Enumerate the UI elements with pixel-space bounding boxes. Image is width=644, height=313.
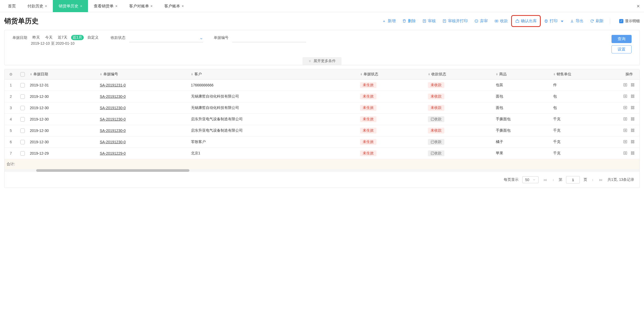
receipt-button[interactable]: 收款: [494, 19, 508, 24]
horizontal-scrollbar[interactable]: [4, 169, 640, 172]
view-icon[interactable]: [623, 94, 628, 99]
col-bill-status[interactable]: ▲▼单据状态: [358, 69, 426, 80]
expand-conditions-button[interactable]: 展开更多条件: [302, 57, 342, 65]
cell-bill-no[interactable]: SA-20191231-0: [98, 80, 189, 91]
per-page-select[interactable]: 50: [522, 176, 539, 183]
checkbox-icon: [20, 140, 25, 144]
svg-rect-21: [633, 106, 634, 107]
cell-ops: [619, 102, 640, 114]
preset-today[interactable]: 今天: [44, 35, 54, 40]
last-page-button[interactable]: ⏭: [598, 178, 604, 182]
label: 单据编号: [103, 72, 118, 76]
col-customer[interactable]: ▲▼客户: [189, 69, 358, 80]
settings-button[interactable]: 设置: [612, 45, 632, 53]
cell-bill-no[interactable]: SA-20191230-0: [98, 91, 189, 102]
cell-bill-no[interactable]: SA-20191230-0: [98, 114, 189, 125]
col-product[interactable]: ▲▼商品: [494, 69, 551, 80]
view-icon[interactable]: [623, 128, 628, 133]
cell-ops: [619, 125, 640, 136]
audit-print-button[interactable]: 审核并打印: [442, 19, 468, 24]
receipt-status-select[interactable]: [129, 35, 203, 42]
data-table-wrap: ⚙ ▲▼单据日期 ▲▼单据编号 ▲▼客户 ▲▼单据状态 ▲▼收款状态 ▲▼商品 …: [4, 69, 640, 188]
cell-bill-no[interactable]: SA-20191230-0: [98, 125, 189, 136]
cell-ops: [619, 148, 640, 159]
row-checkbox-cell[interactable]: [17, 148, 28, 159]
next-page-button[interactable]: ›: [591, 178, 594, 182]
row-checkbox-cell[interactable]: [17, 91, 28, 102]
cell-receipt-status: 未收款: [426, 125, 494, 136]
show-detail-checkbox[interactable]: ✓显示明细: [619, 19, 640, 24]
preset-yesterday[interactable]: 昨天: [31, 35, 41, 40]
cell-bill-status: 未生效: [358, 148, 426, 159]
select-all-header[interactable]: [17, 69, 28, 80]
more-icon[interactable]: [631, 83, 635, 88]
more-icon[interactable]: [631, 105, 635, 110]
tab-payment-history[interactable]: 付款历史×: [22, 0, 53, 12]
col-unit[interactable]: ▲▼销售单位: [551, 69, 619, 80]
more-icon[interactable]: [631, 140, 635, 144]
global-close-icon[interactable]: ×: [637, 3, 640, 9]
table-body: 1 2019-12-31 SA-20191231-0 17666666666 未…: [4, 80, 640, 159]
view-icon[interactable]: [623, 151, 628, 156]
row-checkbox-cell[interactable]: [17, 114, 28, 125]
col-bill-no[interactable]: ▲▼单据编号: [98, 69, 189, 80]
prev-page-button[interactable]: ‹: [552, 178, 555, 182]
preset-custom[interactable]: 自定义: [86, 35, 100, 40]
tab-sales-history[interactable]: 销货单历史×: [53, 0, 88, 12]
close-icon[interactable]: ×: [182, 0, 184, 12]
col-receipt-status[interactable]: ▲▼收款状态: [426, 69, 494, 80]
view-icon[interactable]: [623, 117, 628, 122]
confirm-outbound-button[interactable]: 确认出库: [511, 15, 541, 27]
receipt-icon: [494, 19, 498, 23]
label: 单据日期: [33, 72, 48, 76]
view-icon[interactable]: [623, 83, 628, 88]
more-icon[interactable]: [631, 128, 635, 133]
cell-product: 苹果: [494, 148, 551, 159]
view-icon[interactable]: [623, 140, 628, 144]
bill-no-label: 单据编号: [214, 35, 228, 40]
page-input[interactable]: [566, 176, 580, 183]
add-button[interactable]: +新增: [382, 19, 396, 24]
preset-last7[interactable]: 近7天: [56, 35, 69, 40]
audit-button[interactable]: 审核: [422, 19, 436, 24]
svg-rect-38: [631, 140, 632, 141]
tab-view-sales[interactable]: 查看销货单×: [88, 0, 123, 12]
svg-rect-30: [624, 129, 627, 132]
tab-customer-statement[interactable]: 客户对账单×: [123, 0, 158, 12]
export-button[interactable]: 导出: [570, 19, 584, 24]
first-page-button[interactable]: ⏮: [542, 178, 548, 182]
cell-customer: 零散客户: [189, 136, 358, 148]
gear-header[interactable]: ⚙: [4, 69, 17, 80]
cell-bill-no[interactable]: SA-20191230-0: [98, 136, 189, 148]
cell-bill-no[interactable]: SA-20191230-0: [98, 102, 189, 114]
close-icon[interactable]: ×: [45, 0, 47, 12]
svg-rect-28: [631, 119, 632, 120]
close-icon[interactable]: ×: [80, 0, 82, 12]
svg-rect-16: [631, 96, 632, 98]
scrollbar-thumb[interactable]: [36, 169, 189, 172]
cell-date: 2019-12-31: [28, 80, 98, 91]
close-icon[interactable]: ×: [151, 0, 153, 12]
cell-bill-no[interactable]: SA-20191229-0: [98, 148, 189, 159]
cell-bill-status: 未生效: [358, 125, 426, 136]
col-date[interactable]: ▲▼单据日期: [28, 69, 98, 80]
tab-home[interactable]: 首页: [2, 0, 22, 12]
refresh-button[interactable]: 刷新: [590, 19, 604, 24]
more-icon[interactable]: [631, 94, 635, 99]
delete-button[interactable]: 删除: [402, 19, 416, 24]
more-icon[interactable]: [631, 151, 635, 156]
tab-customer-ledger[interactable]: 客户账本×: [158, 0, 190, 12]
close-icon[interactable]: ×: [115, 0, 117, 12]
row-checkbox-cell[interactable]: [17, 125, 28, 136]
more-icon[interactable]: [631, 117, 635, 122]
query-button[interactable]: 查询: [612, 35, 632, 43]
row-checkbox-cell[interactable]: [17, 136, 28, 148]
row-checkbox-cell[interactable]: [17, 80, 28, 91]
toolbar: +新增 删除 审核 审核并打印 弃审 收款 确认出库 打印 导出 刷新 ✓显示明…: [382, 18, 640, 24]
unaudit-button[interactable]: 弃审: [474, 19, 488, 24]
preset-last-month[interactable]: 近1月: [71, 35, 84, 40]
bill-no-input[interactable]: [232, 35, 306, 42]
print-button[interactable]: 打印: [544, 19, 563, 24]
view-icon[interactable]: [623, 105, 628, 110]
row-checkbox-cell[interactable]: [17, 102, 28, 114]
